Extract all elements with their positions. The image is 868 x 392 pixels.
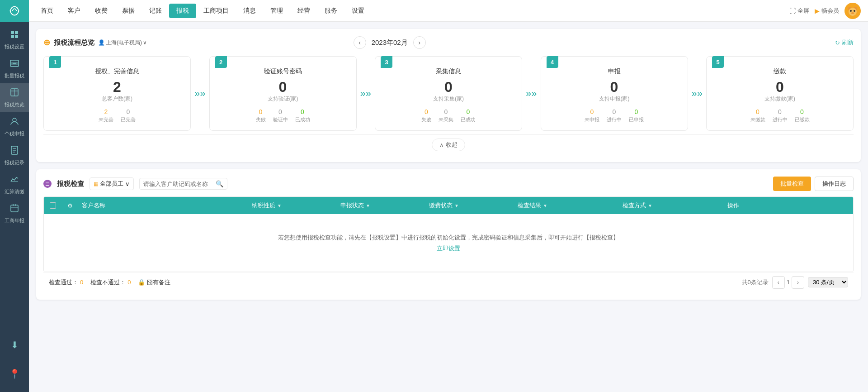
sidebar-item-tax-record[interactable]: 报税记录 (0, 141, 29, 170)
stat-num-not-paid[interactable]: 0 (756, 108, 760, 115)
stat-num-collected[interactable]: 0 (467, 108, 470, 115)
arrow-3-4: »» (522, 88, 540, 100)
search-icon[interactable]: 🔍 (216, 180, 223, 187)
sidebar-item-label: 汇算清缴 (5, 188, 24, 195)
sidebar-item-settlement[interactable]: 汇算清缴 (0, 170, 29, 199)
total-records: 共0条记录 (742, 278, 769, 287)
sidebar-item-batch-tax[interactable]: 批量报税 (0, 54, 29, 83)
prev-page-button[interactable]: ‹ (772, 276, 785, 289)
vip-button[interactable]: ▶ 畅会员 (815, 7, 839, 15)
table-empty-message: 若您想使用报税检查功能，请先在【报税设置】中进行报税的初始化设置，完成密码验证和… (44, 214, 853, 272)
stat-num-incomplete[interactable]: 2 (104, 108, 108, 115)
next-month-button[interactable]: › (413, 36, 426, 49)
search-box: 🔍 (139, 178, 227, 190)
nav-item-client[interactable]: 客户 (61, 0, 88, 22)
sidebar-item-tax-overview[interactable]: 报税总览 (0, 83, 29, 112)
svg-rect-23 (11, 205, 18, 212)
page-navigation: ‹ 1 › (772, 276, 804, 289)
th-pay-status[interactable]: 缴费状态 ▼ (425, 197, 514, 214)
avatar[interactable] (844, 3, 861, 19)
employee-filter[interactable]: ▦ 全部员工 ∨ (90, 177, 134, 190)
stat-num-declaring[interactable]: 0 (613, 108, 616, 115)
nav-item-home[interactable]: 首页 (33, 0, 61, 22)
stat-incomplete: 2 未完善 (99, 108, 113, 123)
svg-point-17 (13, 118, 16, 122)
stat-num-not-collected[interactable]: 0 (444, 108, 448, 115)
th-client-name: 客户名称 (78, 197, 248, 214)
th-check-method[interactable]: 检查方式 ▼ (619, 197, 724, 214)
stat-num-paid[interactable]: 0 (800, 108, 804, 115)
step-subtitle-5: 支持缴款(家) (764, 95, 795, 103)
dropdown-chevron-icon: ∨ (125, 181, 130, 187)
th-declare-status[interactable]: 申报状态 ▼ (337, 197, 425, 214)
nav-item-fee[interactable]: 收费 (88, 0, 115, 22)
nav-item-invoice[interactable]: 票据 (115, 0, 142, 22)
plus-icon: ⊕ (43, 38, 50, 48)
stat-num-verified[interactable]: 0 (301, 108, 304, 115)
stat-num-declared[interactable]: 0 (635, 108, 638, 115)
refresh-button[interactable]: ↻ 刷新 (835, 38, 854, 47)
location-tag[interactable]: 👤 上海(电子税局) ∨ (98, 39, 147, 47)
collapse-button[interactable]: ∧ 收起 (432, 139, 465, 151)
fail-count[interactable]: 0 (127, 279, 131, 286)
sidebar-item-label: 报税设置 (5, 43, 24, 50)
check-fail-stat: 检查不通过： 0 (90, 278, 131, 287)
tax-check-header: ☰ 报税检查 ▦ 全部员工 ∨ 🔍 批量检查 操作日志 (43, 177, 854, 191)
check-pass-stat: 检查通过： 0 (49, 278, 83, 287)
nav-item-settings[interactable]: 设置 (344, 0, 372, 22)
nav-item-message[interactable]: 消息 (236, 0, 263, 22)
step-count-4: 0 (610, 79, 618, 95)
stat-num-not-declared[interactable]: 0 (590, 108, 594, 115)
gear-icon[interactable]: ⚙ (67, 202, 73, 209)
th-check-result[interactable]: 检查结果 ▼ (514, 197, 619, 214)
pay-filter-icon: ▼ (454, 203, 459, 208)
app-logo (0, 0, 29, 22)
stat-not-paid: 0 未缴款 (750, 108, 765, 123)
sidebar-item-annual-report[interactable]: 工商年报 (0, 199, 29, 228)
tax-filter-icon: ▼ (277, 203, 282, 208)
arrow-2-3: »» (357, 88, 375, 100)
sidebar-item-personal-tax[interactable]: 个税申报 (0, 112, 29, 141)
stat-num-verifying[interactable]: 0 (278, 108, 282, 115)
pass-count[interactable]: 0 (80, 279, 83, 286)
step-stats-4: 0 未申报 0 进行中 0 已申报 (585, 108, 644, 123)
nav-item-business[interactable]: 工商项目 (196, 0, 236, 22)
operation-log-button[interactable]: 操作日志 (815, 177, 854, 191)
nav-item-accounting[interactable]: 记账 (142, 0, 169, 22)
th-action: 操作 (724, 197, 853, 214)
step-count-3: 0 (444, 79, 453, 95)
svg-rect-10 (15, 35, 18, 38)
stat-verifying: 0 验证中 (273, 108, 288, 123)
nav-item-tax[interactable]: 报税 (169, 4, 196, 18)
search-input[interactable] (143, 181, 216, 187)
stat-num-paying[interactable]: 0 (778, 108, 782, 115)
stat-num-fail[interactable]: 0 (259, 108, 263, 115)
stat-num-collect-fail[interactable]: 0 (425, 108, 428, 115)
fullscreen-button[interactable]: ⛶ 全屏 (789, 7, 809, 15)
per-page-select[interactable]: 30 条/页 50 条/页 100 条/页 (808, 277, 848, 287)
stat-verified: 0 已成功 (295, 108, 310, 123)
nav-item-service[interactable]: 服务 (317, 0, 344, 22)
sidebar-item-location[interactable]: 📍 (0, 359, 29, 388)
step-stats-3: 0 失败 0 未采集 0 已成功 (421, 108, 476, 123)
immediate-setup-link[interactable]: 立即设置 (437, 243, 460, 253)
select-all-checkbox[interactable] (50, 202, 56, 209)
sidebar-item-tax-settings[interactable]: 报税设置 (0, 25, 29, 54)
stat-num-complete[interactable]: 0 (127, 108, 130, 115)
tax-record-icon (9, 145, 19, 158)
next-page-button[interactable]: › (792, 276, 804, 289)
batch-check-button[interactable]: 批量检查 (773, 177, 811, 191)
stat-label-verifying: 验证中 (273, 116, 288, 123)
month-navigation: ‹ 2023年02月 › (354, 36, 426, 49)
nav-item-management[interactable]: 管理 (263, 0, 290, 22)
table-body: 若您想使用报税检查功能，请先在【报税设置】中进行报税的初始化设置，完成密码验证和… (44, 214, 853, 272)
prev-month-button[interactable]: ‹ (354, 36, 366, 49)
th-tax-type[interactable]: 纳税性质 ▼ (248, 197, 337, 214)
stat-not-collected: 0 未采集 (439, 108, 453, 123)
step-title-3: 采集信息 (436, 67, 461, 76)
nav-item-operation[interactable]: 经营 (290, 0, 317, 22)
sidebar: 报税设置 批量报税 报税总览 (0, 22, 29, 392)
sidebar-item-download[interactable]: ⬇ (0, 330, 29, 359)
sidebar-item-label: 工商年报 (5, 217, 24, 224)
table-header: ⚙ 客户名称 纳税性质 ▼ 申报状态 ▼ 缴费状态 ▼ (44, 197, 853, 214)
